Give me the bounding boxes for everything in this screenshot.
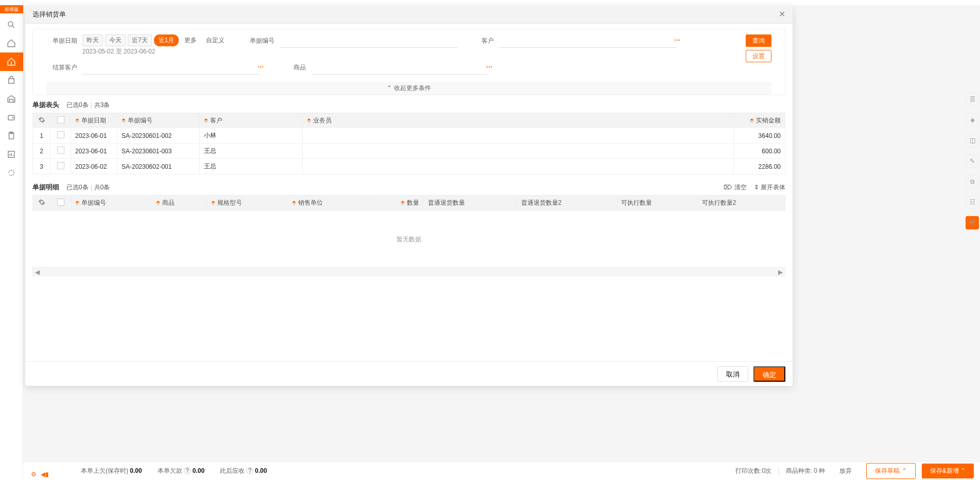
- filter-panel: 单据日期 昨天 今天 近7天 近1月 更多 自定义 2: [32, 29, 785, 95]
- product-input[interactable]: [311, 61, 489, 75]
- expand-button[interactable]: ⇕ 展开表体: [754, 183, 785, 192]
- row-index: 2: [33, 144, 50, 159]
- close-icon[interactable]: ✕: [779, 9, 785, 19]
- row-date: 2023-06-01: [71, 144, 117, 159]
- date-range-text: 2023-05-02 至 2023-06-02: [82, 47, 228, 56]
- row-rep: [303, 144, 734, 159]
- dcol-exec1[interactable]: 可执行数量: [617, 195, 698, 211]
- select-sales-modal: 选择销货单 ✕ 单据日期 昨天 今天 近7天: [25, 5, 793, 386]
- dcol-unit[interactable]: 销售单位: [287, 195, 368, 211]
- row-checkbox[interactable]: [50, 128, 71, 144]
- settle-customer-more-icon[interactable]: ⋯: [257, 63, 264, 70]
- sort-icon: [122, 118, 126, 123]
- table-row[interactable]: 32023-06-02SA-20230602-001王总2286.00: [33, 159, 785, 174]
- col-customer[interactable]: 客户: [200, 113, 303, 129]
- row-docno: SA-20230602-001: [117, 159, 200, 174]
- row-rep: [303, 159, 734, 174]
- row-rep: [303, 128, 734, 144]
- filter-product: 商品 ⋯: [279, 61, 492, 75]
- header-section-name: 单据表头: [32, 100, 59, 110]
- scroll-left-icon[interactable]: ◀: [35, 269, 40, 276]
- sort-icon: [156, 201, 160, 205]
- detail-table: 单据编号 商品 规格型号 销售单位 数量 普通退货数量 普通退货数量2 可执行数…: [32, 195, 785, 211]
- cancel-button[interactable]: 取消: [717, 366, 748, 382]
- row-amount: 2286.00: [734, 159, 785, 174]
- dcol-return2[interactable]: 普通退货数量2: [517, 195, 616, 211]
- dcol-product[interactable]: 商品: [151, 195, 207, 211]
- row-docno: SA-20230601-003: [117, 144, 200, 159]
- filter-actions: 查询 设置: [746, 34, 771, 80]
- detail-total-text: 共0条: [94, 184, 110, 191]
- dcol-docno[interactable]: 单据编号: [71, 195, 152, 211]
- sort-icon: [750, 118, 754, 123]
- col-docno[interactable]: 单据编号: [117, 113, 200, 129]
- date-btn-today[interactable]: 今天: [105, 34, 126, 46]
- row-index: 3: [33, 159, 50, 174]
- customer-more-icon[interactable]: ⋯: [674, 37, 680, 44]
- detail-selected-text: 已选0条: [66, 184, 89, 191]
- detail-section-heading: 单据明细 已选0条|共0条 ⌦ 清空 ⇕ 展开表体: [32, 183, 785, 192]
- sort-icon: [204, 118, 208, 123]
- filter-doc-no: 单据编号: [244, 34, 458, 56]
- dcol-return1[interactable]: 普通退货数量: [423, 195, 517, 211]
- customer-label: 客户: [473, 34, 494, 45]
- checkbox-column[interactable]: [50, 113, 71, 129]
- row-customer: 小林: [200, 128, 303, 144]
- gear-column[interactable]: [33, 195, 50, 211]
- row-date: 2023-06-02: [71, 159, 117, 174]
- settle-customer-input[interactable]: [82, 61, 261, 75]
- header-total-text: 共3条: [94, 101, 110, 109]
- customer-input[interactable]: [499, 34, 677, 48]
- doc-no-label: 单据编号: [244, 34, 274, 45]
- modal-title: 选择销货单: [32, 10, 66, 19]
- horizontal-scrollbar[interactable]: ◀ ▶: [32, 267, 785, 276]
- checkbox-column[interactable]: [50, 195, 71, 211]
- col-date[interactable]: 单据日期: [71, 113, 117, 129]
- row-index: 1: [33, 128, 50, 144]
- chevron-up-icon: ⌃: [387, 84, 392, 92]
- filter-doc-date: 单据日期 昨天 今天 近7天 近1月 更多 自定义 2: [46, 34, 228, 56]
- date-btn-7days[interactable]: 近7天: [128, 34, 152, 46]
- row-amount: 600.00: [734, 144, 785, 159]
- doc-date-label: 单据日期: [46, 34, 77, 45]
- sort-icon: [75, 201, 79, 205]
- detail-section-name: 单据明细: [32, 183, 59, 192]
- sort-icon: [75, 118, 79, 123]
- modal-footer: 取消 确定: [25, 361, 793, 386]
- settings-button[interactable]: 设置: [746, 50, 771, 62]
- settle-customer-label: 结算客户: [46, 61, 77, 72]
- dcol-exec2[interactable]: 可执行数量2: [697, 195, 785, 211]
- gear-column[interactable]: [33, 113, 50, 129]
- clear-button[interactable]: ⌦ 清空: [724, 183, 746, 192]
- row-date: 2023-06-01: [71, 128, 117, 144]
- col-amount[interactable]: 实销金额: [734, 113, 785, 129]
- date-btn-yesterday[interactable]: 昨天: [82, 34, 103, 46]
- row-amount: 3640.00: [734, 128, 785, 144]
- query-button[interactable]: 查询: [746, 34, 771, 47]
- sort-icon: [307, 118, 311, 123]
- doc-no-input[interactable]: [280, 34, 458, 48]
- filter-customer: 客户 ⋯: [473, 34, 680, 56]
- product-more-icon[interactable]: ⋯: [486, 63, 492, 70]
- date-btn-more[interactable]: 更多: [181, 35, 200, 46]
- collapse-filters-button[interactable]: ⌃ 收起更多条件: [46, 82, 771, 95]
- date-btn-1month[interactable]: 近1月: [154, 34, 179, 46]
- dcol-qty[interactable]: 数量: [368, 195, 424, 211]
- table-row[interactable]: 12023-06-01SA-20230601-002小林3640.00: [33, 128, 785, 144]
- filter-settle-customer: 结算客户 ⋯: [46, 61, 264, 75]
- table-row[interactable]: 22023-06-01SA-20230601-003王总600.00: [33, 144, 785, 159]
- dcol-spec[interactable]: 规格型号: [207, 195, 288, 211]
- header-selected-text: 已选0条: [66, 101, 89, 109]
- row-checkbox[interactable]: [50, 144, 71, 159]
- modal-mask: 选择销货单 ✕ 单据日期 昨天 今天 近7天: [0, 0, 980, 480]
- row-checkbox[interactable]: [50, 159, 71, 174]
- date-btn-custom[interactable]: 自定义: [202, 35, 228, 46]
- col-rep[interactable]: 业务员: [303, 113, 734, 129]
- row-docno: SA-20230601-002: [117, 128, 200, 144]
- product-label: 商品: [279, 61, 306, 72]
- sort-icon: [211, 201, 215, 205]
- row-customer: 王总: [200, 159, 303, 174]
- modal-header: 选择销货单 ✕: [25, 5, 793, 24]
- confirm-button[interactable]: 确定: [753, 366, 785, 382]
- scroll-right-icon[interactable]: ▶: [778, 269, 783, 276]
